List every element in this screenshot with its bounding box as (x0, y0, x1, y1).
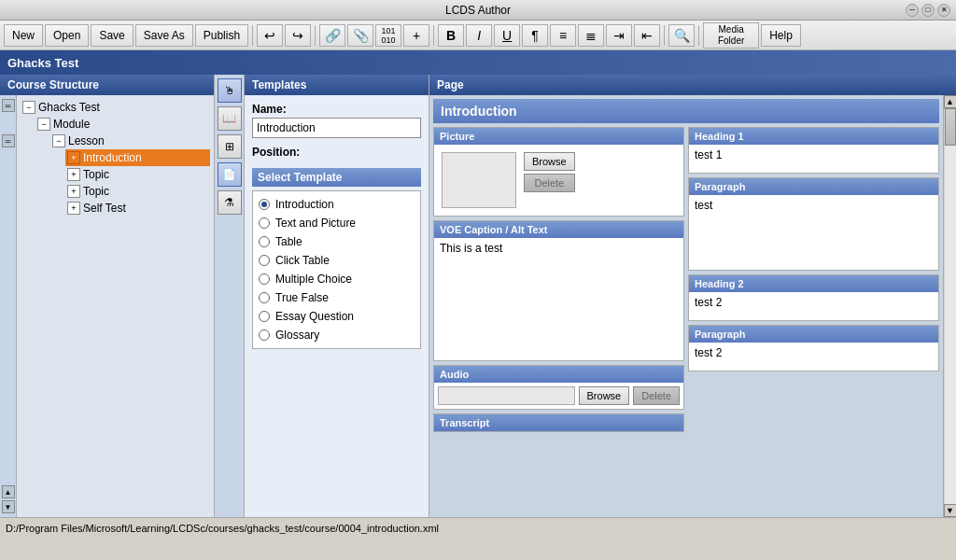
undo-button[interactable]: ↩ (257, 24, 283, 47)
new-button[interactable]: New (4, 24, 43, 47)
heading1-header: Heading 1 (689, 128, 938, 145)
tmpl-icon-book[interactable]: 📖 (218, 106, 242, 131)
position-label: Position: (252, 146, 421, 159)
audio-section: Audio Browse Delete (433, 365, 684, 410)
main-area: Course Structure ═ ═ ▲ ▼ − Ghacks Test −… (0, 75, 956, 517)
cs-icon-1[interactable]: ═ (2, 99, 15, 112)
template-mc-label: Multiple Choice (275, 273, 352, 286)
picture-browse-button[interactable]: Browse (524, 152, 575, 171)
toolbar: New Open Save Save As Publish ↩ ↪ 🔗 📎 10… (0, 21, 956, 50)
template-option-mc[interactable]: Multiple Choice (257, 270, 416, 288)
tmpl-icon-doc[interactable]: 📄 (218, 162, 242, 187)
page-content-area: Introduction Picture Browse (429, 95, 943, 517)
separator2 (315, 25, 316, 46)
cs-icon-2[interactable]: ═ (2, 134, 15, 147)
cs-scroll-up[interactable]: ▲ (2, 485, 15, 498)
outdent-button[interactable]: ⇤ (634, 24, 660, 47)
audio-header: Audio (434, 366, 683, 383)
tmpl-icon-grid[interactable]: ⊞ (218, 134, 242, 159)
separator5 (698, 25, 699, 46)
tree-root[interactable]: − Ghacks Test (21, 99, 210, 116)
expand-lesson[interactable]: − (52, 134, 65, 147)
templates-header: Templates (245, 75, 429, 95)
template-option-tf[interactable]: True False (257, 288, 416, 307)
name-input[interactable] (252, 118, 421, 138)
code-button[interactable]: 101010 (375, 24, 401, 47)
title-bar: LCDS Author ─ □ ✕ (0, 0, 956, 21)
expand-topic2[interactable]: + (67, 185, 80, 198)
heading2-section: Heading 2 test 2 (688, 274, 939, 321)
audio-delete-button[interactable]: Delete (633, 386, 680, 405)
scroll-track (945, 108, 956, 504)
expand-selftest[interactable]: + (67, 202, 80, 215)
template-icons-column: 🖱 📖 ⊞ 📄 ⚗ (215, 75, 245, 517)
tree-topic-1[interactable]: + Topic (65, 166, 210, 183)
tree-topic-2[interactable]: + Topic (65, 183, 210, 200)
paragraph1-section: Paragraph test (688, 177, 939, 271)
media-folder-button[interactable]: Media Folder (703, 22, 759, 49)
audio-browse-button[interactable]: Browse (579, 386, 630, 405)
save-as-button[interactable]: Save As (135, 24, 193, 47)
picture-delete-button[interactable]: Delete (524, 174, 575, 192)
save-button[interactable]: Save (91, 24, 133, 47)
tree-module[interactable]: − Module (35, 116, 210, 133)
radio-tf[interactable] (259, 292, 270, 303)
tree-lesson[interactable]: − Lesson (50, 133, 210, 149)
tree-introduction[interactable]: + Introduction (65, 149, 210, 166)
name-label: Name: (252, 103, 421, 116)
template-option-essay[interactable]: Essay Question (257, 307, 416, 326)
indent-button[interactable]: ⇥ (606, 24, 632, 47)
expand-intro[interactable]: + (67, 151, 80, 164)
cs-scroll-dn[interactable]: ▼ (2, 500, 15, 513)
tmpl-icon-flask[interactable]: ⚗ (218, 190, 242, 215)
radio-essay[interactable] (259, 311, 270, 322)
minimize-button[interactable]: ─ (906, 4, 919, 17)
page-title-text: Introduction (441, 104, 517, 119)
transcript-header: Transcript (434, 414, 683, 431)
link-button[interactable]: 🔗 (319, 24, 345, 47)
app-title-text: LCDS Author (445, 4, 511, 17)
template-option-intro[interactable]: Introduction (257, 195, 416, 214)
publish-button[interactable]: Publish (195, 24, 248, 47)
tree-selftest[interactable]: + Self Test (65, 200, 210, 217)
open-button[interactable]: Open (45, 24, 89, 47)
radio-table[interactable] (259, 236, 270, 247)
radio-tap[interactable] (259, 217, 270, 229)
scroll-up-arrow[interactable]: ▲ (944, 95, 957, 108)
italic-button[interactable]: I (466, 24, 492, 47)
format-button[interactable]: ¶ (522, 24, 548, 47)
template-option-table[interactable]: Table (257, 232, 416, 251)
app-title-bar: Ghacks Test (0, 50, 956, 75)
tree-root-label: Ghacks Test (38, 101, 100, 114)
tmpl-icon-mouse[interactable]: 🖱 (218, 78, 242, 103)
expand-module[interactable]: − (37, 118, 50, 131)
attach-button[interactable]: 📎 (347, 24, 373, 47)
page-scrollbar[interactable]: ▲ ▼ (943, 95, 956, 517)
template-option-glossary[interactable]: Glossary (257, 326, 416, 344)
close-button[interactable]: ✕ (937, 4, 950, 17)
template-option-click-table[interactable]: Click Table (257, 251, 416, 270)
help-button[interactable]: Help (761, 24, 801, 47)
scroll-down-arrow[interactable]: ▼ (944, 504, 957, 517)
scroll-thumb[interactable] (945, 108, 956, 146)
tree-introduction-label: Introduction (83, 151, 142, 164)
redo-button[interactable]: ↪ (285, 24, 311, 47)
radio-mc[interactable] (259, 273, 270, 285)
expand-topic1[interactable]: + (67, 168, 80, 181)
radio-glossary[interactable] (259, 329, 270, 341)
list-ol-button[interactable]: ≣ (578, 24, 604, 47)
radio-click-table[interactable] (259, 255, 270, 266)
template-tap-label: Text and Picture (275, 217, 356, 230)
radio-intro[interactable] (259, 199, 270, 210)
bold-button[interactable]: B (438, 24, 464, 47)
voe-textarea[interactable] (440, 242, 678, 354)
template-option-tap[interactable]: Text and Picture (257, 214, 416, 232)
plus-button[interactable]: + (403, 24, 429, 47)
search-button[interactable]: 🔍 (668, 24, 695, 47)
heading2-value: test 2 (695, 296, 722, 309)
expand-root[interactable]: − (22, 101, 35, 114)
maximize-button[interactable]: □ (921, 4, 935, 17)
list-ul-button[interactable]: ≡ (550, 24, 576, 47)
underline-button[interactable]: U (494, 24, 520, 47)
transcript-section: Transcript (433, 413, 684, 432)
